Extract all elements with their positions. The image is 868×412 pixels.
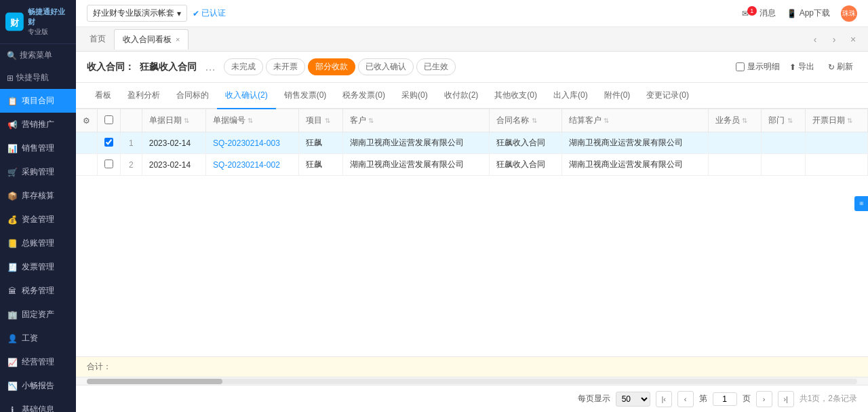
scrollbar-thumb[interactable] [87, 379, 222, 384]
total-info: 共1页，2条记录 [800, 393, 857, 405]
company-selector[interactable]: 好业财专业版演示帐套 ▾ [87, 5, 187, 22]
sub-tab-income-confirm[interactable]: 收入确认(2) [217, 83, 276, 109]
close-window-button[interactable]: × [846, 33, 860, 46]
sidebar-item-invoice[interactable]: 🧾 发票管理 [0, 255, 76, 279]
status-confirmed[interactable]: 已收入确认 [358, 58, 414, 75]
col-contract-name[interactable]: 合同名称 ⇅ [490, 109, 562, 132]
sub-tab-other-income[interactable]: 其他收支(0) [486, 83, 545, 109]
table-row[interactable]: 1 2023-02-14 SQ-20230214-003 狂飙 湖南卫视商业运营… [76, 132, 868, 154]
report-icon: 📉 [7, 381, 18, 392]
select-all-checkbox[interactable] [104, 115, 113, 124]
col-settings[interactable]: ⚙ [76, 109, 98, 132]
sidebar-item-general[interactable]: 📒 总账管理 [0, 231, 76, 255]
sidebar-item-inventory[interactable]: 📦 库存核算 [0, 184, 76, 208]
next-window-button[interactable]: › [827, 33, 841, 46]
sidebar-item-hr[interactable]: 👤 工资 [0, 326, 76, 350]
sidebar-item-assets[interactable]: 🏢 固定资产 [0, 303, 76, 326]
col-open-date[interactable]: 开票日期 ⇅ [805, 109, 867, 132]
col-result-customer[interactable]: 结算客户 ⇅ [561, 109, 708, 132]
col-project[interactable]: 项目 ⇅ [299, 109, 343, 132]
app-download-action[interactable]: 📱 App下载 [787, 7, 830, 19]
row2-order-link[interactable]: SQ-20230214-002 [213, 160, 280, 170]
sidebar-item-report[interactable]: 📉 小畅报告 [0, 374, 76, 398]
tab-home[interactable]: 首页 [84, 31, 111, 48]
sidebar-item-sales[interactable]: 📊 销售管理 [0, 136, 76, 160]
row1-check[interactable] [104, 138, 113, 147]
user-avatar[interactable]: 珠珠 [841, 5, 857, 22]
prev-window-button[interactable]: ‹ [808, 33, 822, 46]
sort-icon: ⇅ [604, 117, 609, 124]
sub-tab-outbound[interactable]: 出入库(0) [545, 83, 596, 109]
sort-icon: ⇅ [742, 117, 747, 124]
notification-count: 1 [747, 6, 757, 16]
first-page-button[interactable]: |‹ [656, 391, 672, 407]
col-date[interactable]: 单据日期 ⇅ [142, 109, 205, 132]
col-order-no[interactable]: 单据编号 ⇅ [206, 109, 299, 132]
row2-staff [709, 154, 762, 176]
page-number-input[interactable] [713, 392, 737, 406]
status-not-invoiced[interactable]: 未开票 [266, 58, 305, 75]
sub-tab-sales-invoice[interactable]: 销售发票(0) [276, 83, 335, 109]
sub-tab-board[interactable]: 看板 [87, 83, 119, 109]
page-title: 收入合同： 狂飙收入合同 [87, 61, 197, 73]
topbar-left: 好业财专业版演示帐套 ▾ ✔ 已认证 [87, 5, 226, 22]
last-page-button[interactable]: ›| [778, 391, 794, 407]
window-controls: ‹ › × [808, 33, 860, 46]
col-staff[interactable]: 业务员 ⇅ [709, 109, 762, 132]
search-menu[interactable]: 🔍 搜索菜单 [0, 44, 76, 67]
sidebar-item-fund[interactable]: 💰 资金管理 [0, 208, 76, 231]
page-title-area: 收入合同： 狂飙收入合同 … 未完成 未开票 部分收款 已收入确认 已生效 [87, 58, 456, 75]
page-size-select[interactable]: 50 20 100 200 [616, 392, 650, 407]
status-effective[interactable]: 已生效 [416, 58, 456, 75]
more-button[interactable]: … [205, 61, 216, 73]
sidebar-item-tax[interactable]: 🏛 税务管理 [0, 279, 76, 303]
show-detail-checkbox[interactable]: 显示明细 [736, 61, 780, 73]
next-page-button[interactable]: › [756, 391, 772, 407]
main-area: 好业财专业版演示帐套 ▾ ✔ 已认证 ✉ 1 消息 📱 App下载 珠珠 [76, 0, 868, 412]
verified-badge: ✔ 已认证 [193, 7, 226, 19]
sub-tab-tax-invoice[interactable]: 税务发票(0) [334, 83, 393, 109]
horizontal-scrollbar[interactable] [76, 377, 868, 385]
sub-tab-change-log[interactable]: 变更记录(0) [638, 83, 697, 109]
per-page-label: 每页显示 [578, 393, 610, 405]
sub-tab-profit[interactable]: 盈利分析 [119, 83, 168, 109]
table-header-row: ⚙ 单据日期 ⇅ 单据编号 ⇅ 项目 ⇅ [76, 109, 868, 132]
row2-dept [762, 154, 806, 176]
sidebar-item-purchase[interactable]: 🛒 采购管理 [0, 160, 76, 184]
export-button[interactable]: ⬆ 导出 [785, 59, 818, 75]
right-side-panel-button[interactable]: ≡ [854, 196, 868, 211]
sort-icon: ⇅ [847, 117, 852, 124]
col-dept[interactable]: 部门 ⇅ [762, 109, 806, 132]
row2-contract-name: 狂飙收入合同 [490, 154, 562, 176]
sort-icon: ⇅ [184, 117, 189, 124]
tab-income-contract[interactable]: 收入合同看板 × [114, 29, 189, 50]
status-partial-received[interactable]: 部分收款 [308, 58, 355, 75]
sidebar-item-project[interactable]: 📋 项目合同 [0, 89, 76, 113]
table-row[interactable]: 2 2023-02-14 SQ-20230214-002 狂飙 湖南卫视商业运营… [76, 154, 868, 176]
col-checkbox [98, 109, 121, 132]
quick-nav[interactable]: ⊞ 快捷导航 [0, 67, 76, 89]
sidebar-item-ops[interactable]: 📈 经营管理 [0, 350, 76, 374]
sub-tab-purchase[interactable]: 采购(0) [393, 83, 436, 109]
row1-order-link[interactable]: SQ-20230214-003 [213, 138, 280, 148]
refresh-button[interactable]: ↻ 刷新 [824, 59, 857, 75]
sidebar-item-marketing[interactable]: 📢 营销推广 [0, 113, 76, 136]
check-circle-icon: ✔ [193, 9, 199, 18]
sub-tab-attachment[interactable]: 附件(0) [596, 83, 639, 109]
sub-tab-payment[interactable]: 收付款(2) [436, 83, 487, 109]
message-action[interactable]: ✉ 1 消息 [742, 7, 776, 19]
tab-close-button[interactable]: × [176, 35, 180, 43]
sort-icon: ⇅ [532, 117, 537, 124]
data-table-container: ⚙ 单据日期 ⇅ 单据编号 ⇅ 项目 ⇅ [76, 109, 868, 356]
invoice-icon: 🧾 [7, 262, 18, 273]
col-customer[interactable]: 客户 ⇅ [342, 109, 489, 132]
sidebar-item-basic[interactable]: ℹ 基础信息 [0, 398, 76, 412]
prev-page-button[interactable]: ‹ [677, 391, 694, 407]
show-detail-input[interactable] [736, 62, 745, 71]
row2-order-no: SQ-20230214-002 [206, 154, 299, 176]
row2-check[interactable] [104, 160, 113, 168]
status-not-complete[interactable]: 未完成 [224, 58, 263, 75]
sub-tab-contract-std[interactable]: 合同标的 [168, 83, 217, 109]
chevron-down-icon: ▾ [177, 9, 181, 18]
download-icon: 📱 [787, 9, 797, 18]
